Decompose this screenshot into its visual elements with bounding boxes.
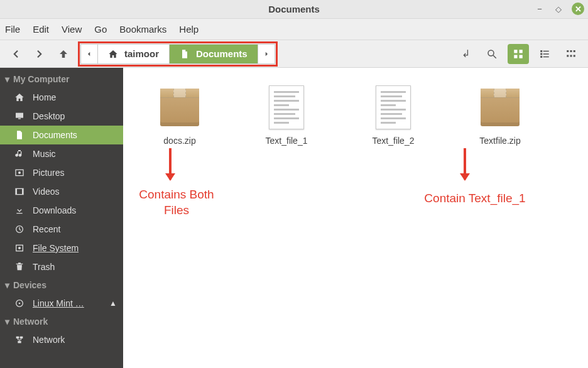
svg-rect-11 [543,56,549,57]
sidebar-item-linux-mint[interactable]: Linux Mint … ▲ [0,294,123,313]
sidebar-item-documents[interactable]: Documents [0,126,123,144]
sidebar-item-label: Downloads [33,205,76,215]
breadcrumb-next[interactable] [258,44,275,64]
maximize-button[interactable]: ◇ [553,3,564,14]
network-icon [14,335,25,345]
toggle-location-icon: ↲ [462,48,470,60]
eject-icon[interactable]: ▲ [109,299,117,308]
annotation-text-right: Contain Text_file_1 [406,191,544,207]
menu-bookmarks[interactable]: Bookmarks [119,24,166,35]
sidebar-item-network[interactable]: Network [0,330,123,349]
svg-rect-31 [20,337,23,338]
breadcrumb-home-label: taimoor [124,48,159,59]
list-view-button[interactable] [534,44,555,64]
breadcrumb-home-segment[interactable]: taimoor [98,44,170,64]
svg-rect-10 [540,56,542,58]
svg-line-1 [493,55,496,58]
sidebar-item-label: Recent [33,224,60,234]
sidebar-item-label: File System [33,243,79,253]
menu-edit[interactable]: Edit [33,24,49,35]
svg-rect-7 [543,50,549,51]
sidebar-item-pictures[interactable]: Pictures [0,163,123,182]
compact-icon [565,48,577,60]
menu-view[interactable]: View [62,24,82,35]
disc-icon [14,298,25,308]
document-icon [180,49,190,59]
arrow-left-icon [10,48,21,60]
menu-go[interactable]: Go [94,24,107,35]
svg-point-29 [19,303,21,305]
sidebar-section-my-computer[interactable]: ▾ My Computer [0,70,123,88]
sidebar-item-label: Music [33,149,56,159]
sidebar-item-label: Home [33,92,56,102]
breadcrumb-prev[interactable] [80,44,98,64]
sidebar-section-devices[interactable]: ▾ Devices [0,276,123,294]
trash-icon [14,262,25,272]
sidebar-item-filesystem[interactable]: File System [0,239,123,257]
nav-up-button[interactable] [54,45,73,63]
grid-icon [513,48,524,60]
list-icon [539,48,550,60]
svg-rect-16 [570,55,572,57]
sidebar: ▾ My Computer Home Desktop Documents Mus… [0,68,123,368]
svg-rect-19 [18,118,21,119]
window-controls: − ◇ ✕ [534,3,584,15]
file-item[interactable]: docs.zip [148,85,211,146]
icon-view-button[interactable] [508,44,529,64]
chevron-right-icon [263,51,270,57]
svg-point-21 [18,171,21,174]
music-icon [14,149,25,159]
toolbar: taimoor Documents ↲ [0,40,588,68]
breadcrumb-current-segment[interactable]: Documents [170,44,258,64]
file-grid: docs.zip Text_file_1 T [148,85,575,146]
svg-rect-4 [514,55,517,58]
chevron-down-icon: ▾ [5,74,9,84]
archive-icon [160,89,199,126]
sidebar-section-label: Devices [13,280,46,290]
compact-view-button[interactable] [560,44,582,64]
file-item[interactable]: Textfile.zip [469,85,531,146]
search-icon [486,48,498,60]
svg-rect-24 [22,188,23,194]
titlebar: Documents − ◇ ✕ [0,0,588,19]
svg-rect-23 [16,188,17,194]
svg-rect-18 [16,113,23,118]
svg-rect-6 [540,50,542,52]
sidebar-item-label: Network [33,335,65,345]
desktop-icon [14,111,25,121]
sidebar-item-desktop[interactable]: Desktop [0,107,123,126]
sidebar-item-trash[interactable]: Trash [0,257,123,276]
svg-rect-12 [567,50,569,52]
chevron-down-icon: ▾ [5,280,9,290]
menu-help[interactable]: Help [179,24,199,35]
sidebar-item-music[interactable]: Music [0,144,123,163]
svg-rect-5 [520,55,523,58]
close-button[interactable]: ✕ [572,3,584,15]
sidebar-item-label: Desktop [33,111,65,121]
text-file-icon [269,85,304,129]
sidebar-item-home[interactable]: Home [0,88,123,107]
file-item[interactable]: Text_file_2 [362,85,425,146]
svg-rect-17 [574,55,575,57]
filesystem-icon [14,243,25,253]
nav-back-button[interactable] [6,45,25,63]
menu-file[interactable]: File [5,24,20,35]
search-button[interactable] [481,44,503,64]
file-item[interactable]: Text_file_1 [255,85,318,146]
file-label: Text_file_1 [266,136,308,146]
sidebar-item-videos[interactable]: Videos [0,182,123,201]
nav-forward-button[interactable] [30,45,49,63]
sidebar-item-recent[interactable]: Recent [0,220,123,239]
text-file-icon [376,85,411,129]
sidebar-item-label: Videos [33,187,60,197]
sidebar-section-network[interactable]: ▾ Network [0,313,123,330]
sidebar-item-label: Pictures [33,168,65,178]
file-view[interactable]: docs.zip Text_file_1 T [123,68,588,368]
minimize-button[interactable]: − [534,3,545,14]
sidebar-section-label: My Computer [13,74,69,84]
toggle-location-button[interactable]: ↲ [455,44,476,64]
annotation-arrow [169,148,172,180]
document-icon [14,130,25,140]
sidebar-item-downloads[interactable]: Downloads [0,201,123,220]
sidebar-item-label: Trash [33,262,55,272]
